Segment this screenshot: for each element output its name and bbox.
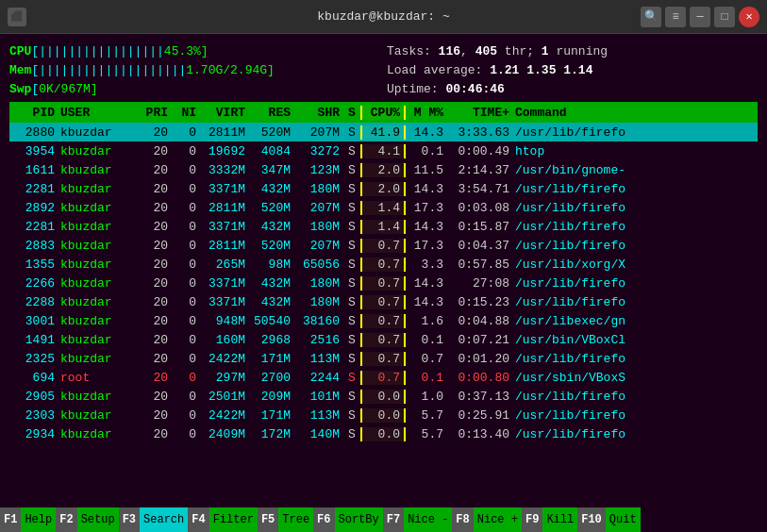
table-row[interactable]: 2281 kbuzdar 20 0 3371M 432M 180M S 2.0 … [9,179,758,198]
header-s: S [343,106,360,120]
cell-shr: 3272 [294,144,343,158]
cell-virt: 2422M [200,352,249,366]
cpu-value: 45.3%] [164,44,208,58]
fn-key-f2: F2 [56,507,76,532]
cell-virt: 2811M [200,125,249,140]
swp-value: 0K/967M] [39,82,97,96]
fn-item-f4[interactable]: F4 Filter [188,507,258,532]
cell-virt: 948M [200,314,249,328]
header-cmd: Command [515,106,756,120]
fn-label-f4: Filter [209,507,258,532]
cell-virt: 2422M [200,408,249,423]
table-row[interactable]: 694 root 20 0 297M 2700 2244 S 0.7 0.1 0… [9,368,758,387]
table-header: PID USER PRI NI VIRT RES SHR S CPU% M M%… [9,102,758,123]
table-row[interactable]: 2303 kbuzdar 20 0 2422M 171M 113M S 0.0 … [9,406,758,424]
fn-item-f5[interactable]: F5 Tree [258,507,313,532]
cell-pri: 20 [136,239,172,253]
cell-cpu: 0.7 [360,239,406,253]
fn-item-f10[interactable]: F10 Quit [577,507,640,532]
cell-res: 347M [249,163,294,177]
mem-value: 1.70G/2.94G] [186,63,275,77]
table-row[interactable]: 2934 kbuzdar 20 0 2409M 172M 140M S 0.0 … [9,424,758,443]
cell-mem: 17.3 [406,239,447,253]
table-row[interactable]: 1611 kbuzdar 20 0 3332M 347M 123M S 2.0 … [9,160,758,179]
stats-right: Tasks: 116 , 405 thr; 1 running Load ave… [377,42,758,98]
cell-cpu: 41.9 [360,125,406,140]
table-row[interactable]: 2288 kbuzdar 20 0 3371M 432M 180M S 0.7 … [9,292,758,311]
cell-res: 171M [249,408,294,423]
stats-left: CPU [||||||||||||||||| 45.3%] Mem [|||||… [9,42,377,98]
cell-ni: 0 [172,201,200,215]
search-button[interactable]: 🔍 [641,7,661,27]
table-row[interactable]: 1355 kbuzdar 20 0 265M 98M 65056 S 0.7 3… [9,255,758,274]
table-row[interactable]: 2892 kbuzdar 20 0 2811M 520M 207M S 1.4 … [9,198,758,217]
minimize-button[interactable]: ─ [690,7,710,27]
cell-virt: 2811M [200,239,249,253]
cell-virt: 265M [200,258,249,272]
cell-user: kbuzdar [60,239,136,253]
swp-label: Swp [9,82,31,96]
fn-item-f8[interactable]: F8 Nice + [452,507,522,532]
close-button[interactable]: ✕ [739,7,759,27]
table-row[interactable]: 1491 kbuzdar 20 0 160M 2968 2516 S 0.7 0… [9,330,758,349]
header-time: TIME+ [447,106,515,120]
cell-ni: 0 [172,390,200,404]
cell-virt: 160M [200,333,249,347]
table-row[interactable]: 2325 kbuzdar 20 0 2422M 171M 113M S 0.7 … [9,349,758,368]
cell-pri: 20 [136,390,172,404]
fn-item-f9[interactable]: F9 Kill [522,507,577,532]
cell-mem: 0.1 [406,144,447,158]
cell-user: kbuzdar [60,144,136,158]
fn-key-f8: F8 [452,507,473,532]
table-row[interactable]: 3001 kbuzdar 20 0 948M 50540 38160 S 0.7… [9,311,758,330]
cell-pri: 20 [136,295,172,309]
swp-stat: Swp [ 0K/967M] [9,79,377,98]
cell-cmd: /usr/lib/firefo [515,408,756,423]
cell-cpu: 0.7 [360,333,406,347]
fn-item-f2[interactable]: F2 Setup [56,507,118,532]
cell-cmd: /usr/bin/gnome- [515,163,756,177]
cell-pid: 2934 [11,427,60,441]
table-row[interactable]: 2880 kbuzdar 20 0 2811M 520M 207M S 41.9… [9,123,758,141]
cell-pid: 2303 [11,408,60,423]
cpu-label: CPU [9,44,31,58]
cell-time: 0:57.85 [447,258,515,272]
cell-cpu: 0.7 [360,352,406,366]
cell-shr: 2244 [294,371,343,385]
table-row[interactable]: 2905 kbuzdar 20 0 2501M 209M 101M S 0.0 … [9,387,758,406]
cell-user: kbuzdar [60,390,136,404]
cell-cmd: /usr/lib/firefo [515,390,756,404]
fn-item-f6[interactable]: F6 SortBy [313,507,383,532]
table-row[interactable]: 2266 kbuzdar 20 0 3371M 432M 180M S 0.7 … [9,274,758,292]
cell-time: 3:33.63 [447,125,515,140]
cell-pri: 20 [136,182,172,196]
table-row[interactable]: 2883 kbuzdar 20 0 2811M 520M 207M S 0.7 … [9,236,758,255]
fn-item-f7[interactable]: F7 Nice - [383,507,453,532]
cell-pri: 20 [136,314,172,328]
titlebar-left: ⬛ [8,8,26,26]
cell-time: 0:15.87 [447,220,515,234]
header-shr: SHR [294,106,343,120]
terminal-area: CPU [||||||||||||||||| 45.3%] Mem [|||||… [0,34,767,507]
cell-pri: 20 [136,201,172,215]
cell-res: 2700 [249,371,294,385]
menu-button[interactable]: ≡ [665,7,686,27]
fn-item-f1[interactable]: F1 Help [0,507,56,532]
cell-cmd: /usr/lib/xorg/X [515,258,756,272]
cell-cpu: 0.7 [360,276,406,291]
cell-time: 0:37.13 [447,390,515,404]
process-table: 2880 kbuzdar 20 0 2811M 520M 207M S 41.9… [9,123,758,443]
table-row[interactable]: 2281 kbuzdar 20 0 3371M 432M 180M S 1.4 … [9,217,758,236]
cell-s: S [343,352,360,366]
cell-ni: 0 [172,220,200,234]
cell-user: kbuzdar [60,163,136,177]
load-line: Load average: 1.21 1.35 1.14 [387,60,758,79]
uptime-line: Uptime: 00:46:46 [387,79,758,98]
fn-label-f2: Setup [77,507,119,532]
maximize-button[interactable]: □ [714,7,735,27]
cell-ni: 0 [172,408,200,423]
table-row[interactable]: 3954 kbuzdar 20 0 19692 4084 3272 S 4.1 … [9,141,758,160]
fn-item-f3[interactable]: F3 Search [119,507,189,532]
cell-ni: 0 [172,295,200,309]
cell-s: S [343,295,360,309]
